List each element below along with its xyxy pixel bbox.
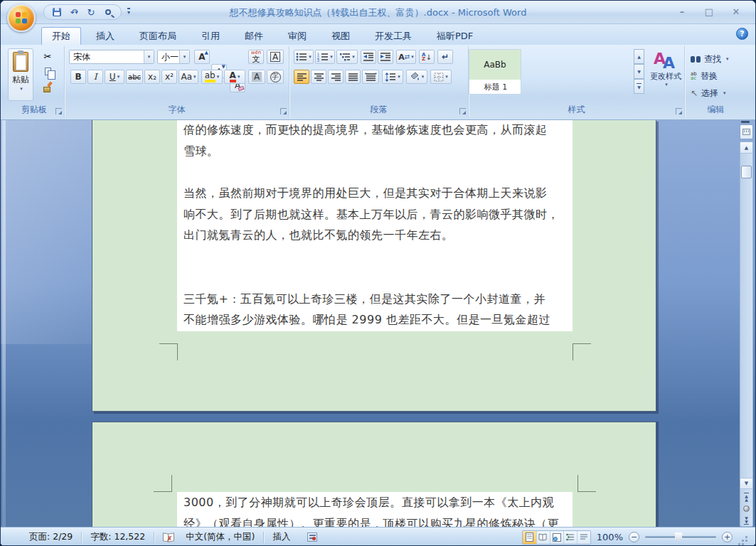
shading-button[interactable]: ▾ bbox=[406, 70, 427, 84]
show-hide-marks-button[interactable]: ↵ bbox=[437, 50, 453, 64]
zoom-slider[interactable] bbox=[645, 536, 716, 538]
paragraph-dialog-launcher[interactable] bbox=[459, 108, 466, 114]
ribbon-tab[interactable]: 开发工具 bbox=[365, 27, 422, 45]
bold-button[interactable]: B bbox=[70, 70, 86, 84]
chevron-down-icon[interactable]: ▾ bbox=[144, 50, 154, 63]
chevron-down-icon: ▾ bbox=[117, 74, 120, 80]
styles-more-button[interactable]: ▼ bbox=[634, 79, 644, 94]
styles-dialog-launcher[interactable] bbox=[676, 108, 682, 114]
numbering-button[interactable]: 123 ▾ bbox=[315, 50, 335, 64]
insert-mode-indicator[interactable]: 插入 bbox=[264, 530, 299, 545]
ribbon-tab[interactable]: 福昕PDF bbox=[427, 27, 483, 45]
sort-button[interactable]: AZ ↓ bbox=[419, 50, 435, 64]
print-layout-view-button[interactable] bbox=[523, 531, 536, 544]
page1-text-block[interactable]: 倍的修炼速度，而更快的提高境界，基础修炼速度也会更高，从而滚起雪球。 当然，虽然… bbox=[177, 120, 573, 331]
ribbon-tab[interactable]: 引用 bbox=[191, 27, 230, 45]
find-button[interactable]: 查找 ▾ bbox=[691, 52, 729, 66]
borders-button[interactable]: ▾ bbox=[430, 70, 452, 84]
italic-button[interactable]: I bbox=[87, 70, 103, 84]
minimize-button[interactable]: – bbox=[673, 5, 691, 18]
character-shading-button[interactable]: A bbox=[248, 70, 265, 84]
grow-font-button[interactable]: A▲ bbox=[194, 50, 210, 64]
ribbon-tab[interactable]: 插入 bbox=[86, 27, 124, 45]
paste-button[interactable]: 粘贴 ▾ bbox=[8, 48, 33, 101]
underline-button[interactable]: U▾ bbox=[105, 70, 124, 84]
font-dialog-launcher[interactable] bbox=[280, 108, 287, 114]
enclose-characters-icon: 字 bbox=[270, 72, 281, 82]
text-highlight-button[interactable]: ab▾ bbox=[201, 70, 223, 84]
scroll-down-button[interactable]: ▼ bbox=[740, 478, 752, 489]
enclose-characters-button[interactable]: 字 bbox=[267, 70, 284, 84]
phonetic-guide-button[interactable]: wén文 bbox=[248, 50, 264, 64]
office-button[interactable] bbox=[7, 4, 36, 32]
align-left-button[interactable] bbox=[294, 70, 309, 84]
select-browse-object-button[interactable] bbox=[740, 503, 752, 515]
align-center-button[interactable] bbox=[311, 70, 326, 84]
help-button[interactable]: ? bbox=[736, 28, 748, 40]
font-color-button[interactable]: A▾ bbox=[224, 70, 245, 84]
styles-scroll-up-button[interactable]: ▲ bbox=[634, 49, 644, 64]
line-spacing-button[interactable]: ▾ bbox=[382, 70, 403, 84]
font-size-combo[interactable]: 小一 ▾ bbox=[157, 50, 190, 64]
strikethrough-button[interactable]: abc bbox=[126, 70, 143, 84]
web-layout-view-button[interactable] bbox=[550, 531, 563, 544]
chevron-down-icon[interactable]: ▾ bbox=[179, 50, 189, 63]
decrease-indent-button[interactable] bbox=[361, 50, 376, 64]
copy-button[interactable] bbox=[38, 64, 57, 79]
fullscreen-reading-view-button[interactable] bbox=[536, 531, 550, 544]
subscript-button[interactable]: x₂ bbox=[144, 70, 160, 84]
change-case-button[interactable]: Aa▾ bbox=[179, 70, 198, 84]
replace-button[interactable]: abac 替换 bbox=[691, 69, 718, 83]
increase-indent-button[interactable] bbox=[378, 50, 393, 64]
justify-button[interactable] bbox=[345, 70, 361, 84]
page-indicator[interactable]: 页面: 2/29 bbox=[1, 530, 81, 545]
change-styles-button[interactable]: AA 更改样式 ▾ bbox=[648, 48, 683, 102]
resize-grip[interactable] bbox=[738, 532, 748, 542]
next-page-button[interactable]: ▼▼ bbox=[740, 515, 752, 527]
cut-button[interactable]: ✂ bbox=[38, 49, 57, 64]
page2-text-block[interactable]: 3000，到了分神期就可以上奇珍会顶层。直接可以拿到一本《太上内观经》（观看自身… bbox=[177, 492, 573, 527]
align-right-button[interactable] bbox=[328, 70, 344, 84]
vertical-scrollbar[interactable]: ▲ ▼ ▲▲ ▼▼ bbox=[740, 141, 753, 527]
outline-view-button[interactable] bbox=[563, 531, 577, 544]
ribbon-tab[interactable]: 审阅 bbox=[278, 27, 316, 45]
asian-layout-icon: A bbox=[398, 53, 405, 62]
style-item[interactable]: AaBb 标题 1 bbox=[469, 49, 521, 95]
superscript-button[interactable]: x² bbox=[161, 70, 177, 84]
zoom-out-button[interactable]: − bbox=[629, 532, 639, 542]
draft-view-button[interactable] bbox=[577, 531, 590, 544]
zoom-in-button[interactable]: + bbox=[722, 532, 733, 542]
ribbon-tab[interactable]: 页面布局 bbox=[129, 27, 186, 45]
ribbon-tab[interactable]: 开始 bbox=[41, 27, 81, 45]
scroll-up-button[interactable]: ▲ bbox=[740, 142, 752, 154]
split-handle[interactable] bbox=[741, 121, 750, 123]
font-name-combo[interactable]: 宋体 ▾ bbox=[69, 50, 154, 64]
character-border-button[interactable]: A bbox=[267, 50, 284, 64]
distribute-button[interactable] bbox=[362, 70, 379, 84]
zoom-level[interactable]: 100% bbox=[597, 532, 623, 542]
zoom-slider-thumb[interactable] bbox=[675, 532, 682, 542]
chevron-down-icon: ▾ bbox=[723, 90, 726, 96]
language-indicator[interactable]: 中文(简体，中国) bbox=[183, 530, 263, 545]
ribbon-tab[interactable]: 视图 bbox=[321, 27, 360, 45]
ruler-toggle-button[interactable] bbox=[740, 124, 753, 139]
styles-scroll-down-button[interactable]: ▼ bbox=[634, 64, 644, 79]
document-workspace[interactable]: 倍的修炼速度，而更快的提高境界，基础修炼速度也会更高，从而滚起雪球。 当然，虽然… bbox=[1, 120, 755, 527]
multilevel-list-button[interactable]: ▾ bbox=[336, 50, 358, 64]
bullets-button[interactable]: ▾ bbox=[294, 50, 314, 64]
maximize-button[interactable]: □ bbox=[700, 5, 718, 18]
ribbon-tab[interactable]: 邮件 bbox=[235, 27, 273, 45]
spellcheck-status[interactable]: ✗ bbox=[154, 530, 183, 545]
word-count-indicator[interactable]: 字数: 12,522 bbox=[82, 530, 154, 545]
previous-page-button[interactable]: ▲▲ bbox=[740, 491, 752, 503]
close-button[interactable]: ✕ bbox=[727, 5, 745, 18]
clipboard-dialog-launcher[interactable] bbox=[55, 108, 62, 114]
document-page-2[interactable]: 3000，到了分神期就可以上奇珍会顶层。直接可以拿到一本《太上内观经》（观看自身… bbox=[92, 422, 656, 527]
select-button[interactable]: ↖ 选择 ▾ bbox=[691, 86, 726, 100]
macro-record-button[interactable] bbox=[299, 530, 326, 545]
scrollbar-thumb[interactable] bbox=[741, 166, 752, 178]
asian-layout-button[interactable]: A⇄▾ bbox=[396, 50, 416, 64]
document-page-1[interactable]: 倍的修炼速度，而更快的提高境界，基础修炼速度也会更高，从而滚起雪球。 当然，虽然… bbox=[92, 120, 656, 412]
document-text-line: 响不大。到了后期也就这样。基本上万年以后，青云的影响微乎其微时， bbox=[177, 204, 573, 225]
format-painter-button[interactable] bbox=[38, 79, 57, 94]
